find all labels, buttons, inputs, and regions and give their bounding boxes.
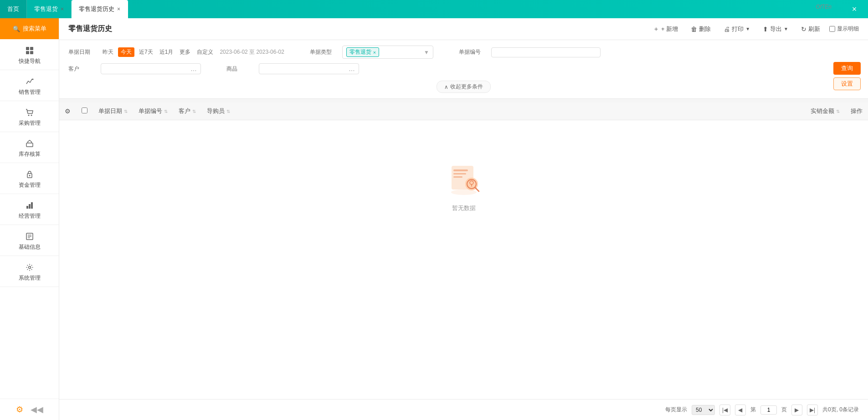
settings-bottom-icon[interactable]: ⚙: [16, 405, 23, 415]
sidebar-search[interactable]: 🔍 搜索菜单: [0, 18, 59, 39]
svg-rect-3: [30, 51, 33, 54]
new-button[interactable]: ＋ + 新增: [649, 23, 682, 35]
sales-icon: [25, 77, 35, 87]
print-icon: 🖨: [724, 26, 730, 33]
doc-number-label: 单据编号: [459, 48, 484, 56]
date-btn-yesterday[interactable]: 昨天: [101, 47, 115, 57]
page-last-button[interactable]: ▶|: [807, 405, 818, 415]
operations-icon: [25, 200, 35, 210]
table-settings-icon[interactable]: ⚙: [65, 108, 71, 115]
th-number-label: 单据编号: [139, 107, 162, 115]
delete-button[interactable]: 🗑 删除: [687, 23, 714, 35]
pagination: 每页显示 50 20 100 |◀ ◀ 第 页 ▶ ▶| 共0页, 0条记录: [59, 399, 868, 420]
date-btn-more[interactable]: 更多: [178, 47, 192, 57]
print-label: 打印: [732, 25, 744, 33]
show-detail-checkbox[interactable]: 显示明细: [829, 25, 859, 33]
sidebar-item-inventory[interactable]: 库存核算: [0, 132, 59, 163]
date-range-display: 2023-06-02 至 2023-06-02: [220, 48, 284, 56]
sidebar-item-quick-nav[interactable]: 快捷导航: [0, 39, 59, 70]
th-amount: 实销金额 ⇅: [805, 102, 845, 120]
export-dropdown-icon: ▼: [784, 26, 788, 31]
type-filter-label: 单据类型: [310, 48, 335, 56]
sidebar-item-purchase-label: 采购管理: [19, 119, 41, 127]
date-btn-7days[interactable]: 近7天: [137, 47, 155, 57]
type-select-arrow: ▼: [424, 49, 429, 56]
toolbar: ＋ + 新增 🗑 删除 🖨 打印 ▼ ⬆ 导出 ▼: [649, 23, 859, 35]
settings-button[interactable]: 设置: [833, 77, 861, 90]
top-bar-right: OfTEn ×: [841, 3, 868, 15]
empty-state: 暂无数据: [59, 120, 868, 249]
collapse-up-icon: ∧: [444, 84, 448, 90]
svg-rect-11: [29, 204, 31, 209]
th-date-sort-icon[interactable]: ⇅: [124, 109, 128, 114]
table-container: ⚙ 单据日期 ⇅ 单据编号: [59, 102, 868, 399]
th-number-sort-icon[interactable]: ⇅: [164, 109, 168, 114]
page-next-button[interactable]: ▶: [791, 405, 802, 415]
customer-filter-label: 客户: [68, 65, 93, 73]
th-customer: 客户 ⇅: [173, 102, 201, 120]
date-btn-1month[interactable]: 近1月: [158, 47, 175, 57]
delete-label: 删除: [699, 25, 711, 33]
th-guide-label: 导购员: [207, 107, 225, 115]
goods-filter-label: 商品: [226, 65, 252, 73]
query-label: 查询: [841, 64, 853, 72]
th-customer-sort-icon[interactable]: ⇅: [192, 109, 196, 114]
tab-retail-return-history-close[interactable]: ×: [117, 6, 120, 12]
th-checkbox[interactable]: [76, 102, 93, 120]
customer-ellipsis: …: [190, 65, 197, 72]
tab-retail-return-label: 零售退货: [34, 5, 58, 13]
svg-rect-10: [26, 206, 28, 209]
th-date: 单据日期 ⇅: [93, 102, 133, 120]
svg-rect-22: [453, 176, 462, 178]
svg-point-9: [29, 175, 30, 176]
main-layout: 🔍 搜索菜单 快捷导航 销售管理 采购管理 库存核算: [0, 18, 868, 420]
filter-row-2: 客户 … 商品 …: [68, 63, 859, 74]
refresh-button[interactable]: ↻ 刷新: [797, 23, 824, 35]
sidebar-item-basic-info-label: 基础信息: [19, 243, 41, 251]
page-size-select[interactable]: 50 20 100: [692, 405, 715, 415]
sidebar-item-sales[interactable]: 销售管理: [0, 70, 59, 101]
date-btn-custom[interactable]: 自定义: [195, 47, 215, 57]
inventory-icon: [25, 138, 35, 149]
th-settings[interactable]: ⚙: [59, 102, 76, 120]
doc-number-input[interactable]: [491, 47, 601, 57]
empty-text: 暂无数据: [452, 204, 476, 212]
export-button[interactable]: ⬆ 导出 ▼: [759, 23, 792, 35]
customer-filter-input[interactable]: …: [101, 63, 201, 74]
tab-retail-return-history[interactable]: 零售退货历史 ×: [72, 0, 128, 18]
th-guide-sort-icon[interactable]: ⇅: [226, 109, 230, 114]
print-dropdown-icon: ▼: [745, 26, 750, 31]
th-amount-sort-icon[interactable]: ⇅: [836, 109, 840, 114]
window-close-button[interactable]: ×: [848, 3, 861, 15]
page-number-input[interactable]: [760, 405, 777, 415]
often-badge: OfTEn: [816, 4, 832, 10]
svg-point-4: [32, 79, 33, 80]
audio-bottom-icon[interactable]: ◀◀: [31, 405, 43, 415]
collapse-button[interactable]: ∧ 收起更多条件: [437, 81, 491, 93]
type-tag-close[interactable]: ×: [373, 50, 376, 55]
th-customer-label: 客户: [179, 107, 190, 115]
page-first-button[interactable]: |◀: [719, 405, 730, 415]
export-label: 导出: [770, 25, 782, 33]
sidebar-item-purchase[interactable]: 采购管理: [0, 101, 59, 132]
query-button[interactable]: 查询: [833, 62, 861, 75]
sidebar-item-system[interactable]: 系统管理: [0, 256, 59, 287]
sidebar-item-operations[interactable]: 经营管理: [0, 194, 59, 225]
goods-filter-input[interactable]: …: [259, 63, 359, 74]
sidebar-item-basic-info[interactable]: 基础信息: [0, 225, 59, 256]
page-header: 零售退货历史 ＋ + 新增 🗑 删除 🖨 打印 ▼ ⬆ 导出: [59, 18, 868, 40]
th-amount-label: 实销金额: [811, 107, 834, 115]
type-filter-select[interactable]: 零售退货 × ▼: [342, 46, 433, 59]
tab-retail-return[interactable]: 零售退货 ×: [27, 0, 72, 18]
tab-home[interactable]: 首页: [0, 0, 27, 18]
sidebar-item-finance[interactable]: 资金管理: [0, 163, 59, 194]
print-button[interactable]: 🖨 打印 ▼: [720, 23, 754, 35]
finance-icon: [25, 169, 35, 179]
show-detail-input[interactable]: [829, 26, 835, 32]
select-all-checkbox[interactable]: [82, 108, 87, 113]
page-prev-button[interactable]: ◀: [735, 405, 746, 415]
page-end-word: 页: [781, 406, 787, 414]
svg-rect-21: [453, 173, 466, 174]
tab-retail-return-close[interactable]: ×: [61, 6, 64, 12]
date-btn-today[interactable]: 今天: [118, 47, 134, 57]
